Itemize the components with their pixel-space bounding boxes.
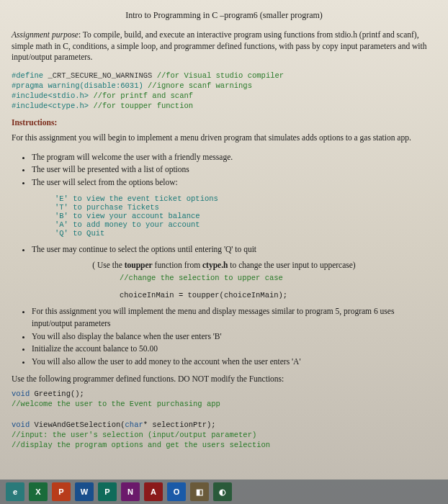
misc2-icon[interactable]: ◐ (213, 482, 232, 501)
outlook-icon[interactable]: O (167, 482, 186, 501)
ppt-icon[interactable]: P (52, 482, 71, 501)
toupper-code: //change the selection to upper case cho… (12, 274, 436, 300)
bullets-first: The program will welcome the user with a… (32, 151, 436, 189)
taskbar: e X P W P N A O ◧ ◐ (0, 480, 448, 504)
pub-icon[interactable]: P (98, 482, 117, 501)
use-funcs-para: Use the following programmer defined fun… (12, 374, 436, 385)
func-defs-code: void Greeting(); //welcome the user to t… (12, 389, 436, 450)
toupper-hint: ( Use the toupper function from ctype.h … (12, 261, 436, 269)
page-title: Intro to Programming in C –program6 (sma… (12, 10, 436, 21)
list-item: The program will welcome the user with a… (32, 151, 436, 163)
bullets-continue: The user may continue to select the opti… (32, 243, 436, 256)
list-item: You will also allow the user to add mone… (32, 356, 436, 368)
preamble-code: #define _CRT_SECURE_NO_WARNINGS //for Vi… (12, 71, 436, 112)
purpose-label: Assignment purpose (12, 30, 79, 39)
excel-icon[interactable]: X (29, 482, 48, 501)
list-item: The user will be presented with a list o… (32, 163, 436, 176)
bullets-second: For this assignment you will implement t… (32, 305, 436, 367)
misc1-icon[interactable]: ◧ (190, 482, 209, 501)
access-icon[interactable]: A (144, 482, 163, 501)
word-icon[interactable]: W (75, 482, 94, 501)
list-item: You will also display the balance when t… (32, 330, 436, 343)
code-text: #define _CRT_SECURE_NO_WARNINGS //for Vi… (12, 71, 284, 111)
instructions-heading: Instructions: (12, 118, 436, 127)
onenote-icon[interactable]: N (121, 482, 140, 501)
list-item: Initialize the account balance to 50.00 (32, 343, 436, 355)
document-page: Intro to Programming in C –program6 (sma… (0, 0, 448, 486)
assignment-purpose: Assignment purpose: To compile, build, a… (12, 30, 436, 63)
list-item: The user will select from the options be… (32, 176, 436, 189)
list-item: The user may continue to select the opti… (32, 243, 436, 256)
list-item: For this assignment you will implement t… (32, 305, 436, 329)
intro-paragraph: For this assignment you will begin to im… (12, 132, 436, 144)
edge-icon[interactable]: e (6, 482, 24, 501)
menu-options-code: 'E' to view the event ticket options 'T'… (55, 194, 436, 238)
